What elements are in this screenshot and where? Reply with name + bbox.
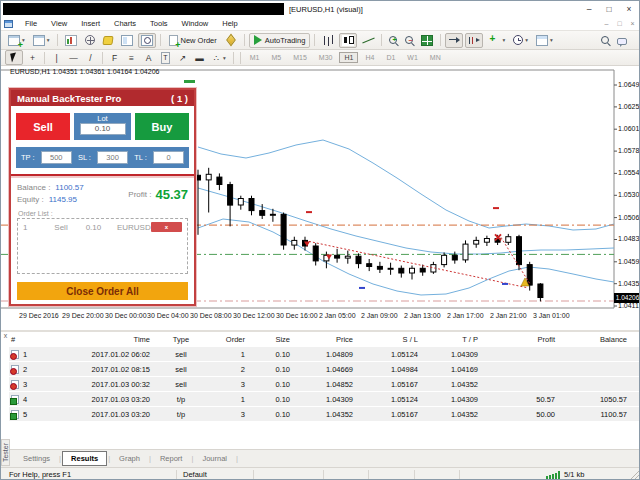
timeframe-w1[interactable]: W1 — [402, 52, 423, 63]
buy-button[interactable]: Buy — [135, 113, 189, 140]
timeframe-m15[interactable]: M15 — [288, 52, 312, 63]
strategy-tester-button[interactable] — [138, 33, 156, 48]
chart-shift-button[interactable] — [465, 33, 483, 48]
mdi-minimize-button[interactable]: – — [600, 20, 613, 27]
tl-input[interactable]: 0 — [153, 151, 184, 164]
line-chart-button[interactable] — [359, 33, 377, 48]
navigator-button[interactable] — [100, 33, 116, 48]
column-header[interactable]: S / L — [359, 335, 424, 344]
minimize-button[interactable]: – — [579, 2, 599, 16]
zoom-in-button[interactable] — [386, 33, 400, 48]
toolbar-separator — [240, 52, 241, 64]
tab-separator: | — [108, 454, 110, 463]
resize-grip[interactable] — [628, 470, 639, 480]
menu-charts[interactable]: Charts — [107, 19, 143, 28]
cell-sl: 1.05167 — [359, 410, 424, 419]
table-row[interactable]: 32017.01.03 00:32sell30.101.048521.05167… — [9, 377, 639, 392]
trendline-tool[interactable]: / — [83, 50, 98, 65]
close-all-button[interactable]: Close Order All — [17, 282, 188, 300]
terminal-button[interactable] — [118, 33, 136, 48]
mdi-restore-button[interactable]: □ — [613, 20, 626, 27]
data-window-button[interactable] — [82, 33, 98, 48]
table-row[interactable]: 12017.01.02 06:02sell10.101.048091.05124… — [9, 347, 639, 362]
metaeditor-button[interactable] — [222, 33, 240, 48]
menu-view[interactable]: View — [44, 19, 74, 28]
arrows-tool[interactable]: ↗ — [175, 50, 190, 65]
lot-input[interactable]: 0.10 — [80, 123, 126, 135]
periods-button[interactable]: ▾ — [510, 33, 531, 48]
take-profit-icon — [11, 410, 19, 419]
tester-side-tab[interactable]: Tester — [1, 439, 10, 466]
panel-header[interactable]: Manual BackTester Pro ( 1 ) — [11, 90, 194, 106]
market-watch-button[interactable] — [62, 33, 80, 48]
tab-settings[interactable]: Settings — [15, 452, 58, 465]
menu-insert[interactable]: Insert — [74, 19, 107, 28]
timeframe-d1[interactable]: D1 — [381, 52, 400, 63]
tab-report[interactable]: Report — [152, 452, 191, 465]
menu-file[interactable]: File — [18, 19, 44, 28]
cycles-tool[interactable]: ∴▾ — [209, 50, 229, 65]
timeframe-mn[interactable]: MN — [425, 52, 446, 63]
text-tool[interactable]: A — [141, 50, 156, 65]
column-header[interactable]: Size — [251, 335, 296, 344]
tp-input[interactable]: 500 — [41, 151, 72, 164]
column-header[interactable]: Order — [206, 335, 251, 344]
cell-size: 0.10 — [251, 380, 296, 389]
column-header[interactable]: Type — [156, 335, 206, 344]
vertical-line-tool[interactable]: | — [49, 50, 64, 65]
column-header[interactable]: Time — [39, 335, 156, 344]
zoom-out-button[interactable] — [402, 33, 416, 48]
candlestick-chart-button[interactable] — [339, 33, 357, 48]
menu-tools[interactable]: Tools — [143, 19, 175, 28]
menu-window[interactable]: Window — [175, 19, 216, 28]
menu-help[interactable]: Help — [215, 19, 244, 28]
maximize-button[interactable]: □ — [599, 2, 619, 16]
column-header[interactable]: # — [9, 335, 39, 344]
close-button[interactable]: × — [619, 2, 639, 16]
new-chart-button[interactable]: ▾ — [5, 33, 28, 48]
timeframe-h1[interactable]: H1 — [339, 52, 358, 63]
column-header[interactable]: T / P — [424, 335, 484, 344]
bear-candle — [367, 264, 372, 267]
text-label-tool[interactable]: T — [158, 50, 173, 65]
table-row[interactable]: 52017.01.03 03:20t/p30.101.043521.051671… — [9, 407, 639, 422]
mdi-close-button[interactable]: × — [626, 20, 639, 27]
table-row[interactable]: 22017.01.02 08:15sell20.101.046691.04984… — [9, 362, 639, 377]
tab-graph[interactable]: Graph — [111, 452, 148, 465]
traffic-text: 5/1 kb — [564, 470, 584, 479]
shapes-tool[interactable]: ▬ — [192, 50, 207, 65]
timeframe-m30[interactable]: M30 — [314, 52, 338, 63]
timeframe-h4[interactable]: H4 — [360, 52, 379, 63]
profiles-button[interactable]: ▾ — [30, 33, 53, 48]
sell-order-icon — [11, 365, 19, 374]
autotrading-button[interactable]: AutoTrading — [249, 33, 311, 48]
channel-tool[interactable]: ≡ — [124, 50, 139, 65]
tab-journal[interactable]: Journal — [194, 452, 235, 465]
crosshair-tool[interactable]: + — [25, 50, 40, 65]
auto-scroll-button[interactable] — [445, 33, 463, 48]
close-order-button[interactable]: x — [151, 222, 182, 232]
tester-close-button[interactable]: x — [2, 332, 9, 339]
timeframe-m1[interactable]: M1 — [245, 52, 265, 63]
sell-button[interactable]: Sell — [16, 113, 70, 140]
new-order-button[interactable]: New Order — [165, 33, 220, 48]
timeframe-m5[interactable]: M5 — [267, 52, 287, 63]
horizontal-line-tool[interactable]: — — [66, 50, 81, 65]
column-header[interactable]: Price — [296, 335, 359, 344]
table-row[interactable]: 42017.01.03 03:20t/p10.101.043091.051241… — [9, 392, 639, 407]
sl-input[interactable]: 300 — [97, 151, 128, 164]
column-header[interactable]: Balance — [561, 335, 633, 344]
chat-button[interactable] — [614, 33, 630, 48]
standard-toolbar: ▾▾New OrderAutoTrading▾▾▾ — [1, 31, 639, 50]
tile-windows-button[interactable] — [418, 33, 436, 48]
column-header[interactable]: Profit — [484, 335, 561, 344]
templates-button[interactable]: ▾ — [533, 33, 556, 48]
indicators-button[interactable]: ▾ — [485, 33, 508, 48]
fibonacci-tool[interactable]: F — [107, 50, 122, 65]
chart-area[interactable]: EURUSD,H1 1.04351 1.04361 1.04164 1.0420… — [1, 66, 639, 330]
bar-chart-button[interactable] — [319, 33, 337, 48]
tab-results[interactable]: Results — [62, 451, 107, 466]
cursor-tool[interactable] — [5, 50, 23, 65]
status-profile[interactable]: Default — [176, 470, 253, 480]
search-button[interactable] — [598, 33, 612, 48]
